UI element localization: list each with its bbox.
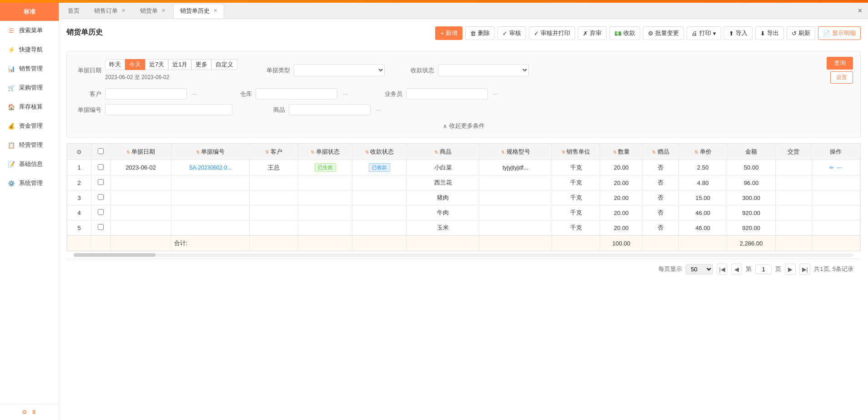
sidebar-bottom-icon2[interactable]: ⏸: [31, 409, 37, 415]
export-button[interactable]: ⬇ 导出: [755, 26, 784, 40]
page-last-btn[interactable]: ▶|: [799, 264, 810, 275]
sidebar-item-system-mgmt[interactable]: ⚙️ 系统管理: [0, 174, 59, 193]
th-settings[interactable]: ⚙: [67, 144, 91, 160]
summary-table: 合计: 100.00 2,286.00: [67, 235, 860, 251]
sidebar-item-ops-mgmt[interactable]: 📋 经营管理: [0, 135, 59, 155]
show-detail-button[interactable]: 📄 显示明细: [818, 26, 861, 40]
date-btn-more[interactable]: 更多: [191, 59, 211, 70]
row-price: 4.80: [679, 175, 727, 190]
approve-print-button[interactable]: ✓ 审核并打印: [529, 26, 575, 40]
page-prev-btn[interactable]: ◀: [731, 264, 742, 275]
date-btn-custom[interactable]: 自定义: [211, 59, 237, 70]
sidebar-item-purchase-mgmt[interactable]: 🛒 采购管理: [0, 78, 59, 97]
goods-input[interactable]: [289, 104, 371, 115]
batch-change-button[interactable]: ⚙ 批量变更: [643, 26, 684, 40]
abandon-button[interactable]: ✗ 弃审: [578, 26, 607, 40]
row-action[interactable]: ✏⋯: [812, 160, 860, 175]
row-checkbox[interactable]: [98, 224, 104, 230]
row-action[interactable]: [812, 175, 860, 190]
th-checkbox[interactable]: [91, 144, 111, 160]
approve-button[interactable]: ✓ 审核: [497, 26, 526, 40]
select-all-checkbox[interactable]: [98, 148, 104, 154]
tab-bar-close-btn[interactable]: ✕: [854, 5, 866, 16]
row-docno[interactable]: [171, 220, 250, 235]
page-next-btn[interactable]: ▶: [785, 264, 796, 275]
th-paystatus[interactable]: ⇅ 收款状态: [352, 144, 407, 160]
warehouse-dots[interactable]: ···: [341, 90, 350, 97]
salesperson-input[interactable]: [406, 88, 488, 100]
doc-type-select[interactable]: [294, 64, 385, 76]
set-button[interactable]: 设置: [830, 71, 853, 84]
tab-sales-order[interactable]: 销售订单 ✕: [87, 4, 132, 18]
th-trade: 交货: [775, 144, 812, 160]
th-price[interactable]: ⇅ 单价: [679, 144, 727, 160]
th-spec[interactable]: ⇅ 规格型号: [479, 144, 552, 160]
tab-sales-history[interactable]: 销货单历史 ✕: [173, 4, 224, 18]
sidebar-item-quick-nav[interactable]: ⚡ 快捷导航: [0, 40, 59, 59]
sidebar-item-finance-mgmt[interactable]: 💰 资金管理: [0, 116, 59, 135]
th-gift[interactable]: ⇅ 赠品: [642, 144, 679, 160]
tab-sales-delivery[interactable]: 销货单 ✕: [133, 4, 172, 18]
sidebar-item-sales-mgmt[interactable]: 📊 销售管理: [0, 59, 59, 78]
tab-home[interactable]: 首页: [61, 4, 86, 18]
row-checkbox[interactable]: [98, 164, 104, 170]
sidebar-bottom-icon1[interactable]: ⚙: [22, 409, 27, 415]
th-customer[interactable]: ⇅ 客户: [250, 144, 298, 160]
row-gift: 否: [642, 175, 679, 190]
row-checkbox[interactable]: [98, 209, 104, 215]
customer-dots[interactable]: ···: [191, 90, 199, 97]
th-date[interactable]: ⇅ 单据日期: [110, 144, 171, 160]
date-btn-7days[interactable]: 近7天: [145, 59, 168, 70]
sidebar-item-inventory[interactable]: 🏠 库存核算: [0, 97, 59, 116]
th-unit[interactable]: ⇅ 销售单位: [552, 144, 600, 160]
row-docno[interactable]: SA-20230602-0...: [171, 160, 250, 175]
delete-button[interactable]: 🗑 删除: [465, 26, 495, 40]
row-goods: 小白菜: [406, 160, 479, 175]
th-qty[interactable]: ⇅ 数量: [600, 144, 642, 160]
date-btn-yesterday[interactable]: 昨天: [105, 59, 125, 70]
sidebar-item-search-menu[interactable]: ☰ 搜索菜单: [0, 21, 59, 40]
print-button[interactable]: 🖨 打印 ▾: [687, 26, 721, 40]
print-dropdown-icon: ▾: [713, 30, 716, 37]
tab-close-sales-history[interactable]: ✕: [213, 8, 217, 14]
docno-input[interactable]: [105, 104, 232, 115]
date-btn-today[interactable]: 今天: [125, 59, 145, 70]
sort-icon-paystatus: ⇅: [365, 150, 369, 155]
refresh-button[interactable]: ↺ 刷新: [787, 26, 815, 40]
row-action[interactable]: [812, 220, 860, 235]
row-docno[interactable]: [171, 205, 250, 220]
sidebar-item-base-info[interactable]: 📝 基础信息: [0, 155, 59, 174]
page-input[interactable]: [755, 265, 772, 274]
tab-close-sales-delivery[interactable]: ✕: [161, 8, 166, 14]
action-more[interactable]: ⋯: [837, 165, 842, 171]
action-edit[interactable]: ✏: [829, 165, 834, 171]
row-unit: 千克: [552, 190, 600, 205]
docno-link[interactable]: SA-20230602-0...: [189, 165, 231, 171]
row-checkbox[interactable]: [98, 194, 104, 200]
row-docno[interactable]: [171, 190, 250, 205]
date-btn-1month[interactable]: 近1月: [168, 59, 191, 70]
refresh-icon: ↺: [792, 30, 797, 37]
settings-icon[interactable]: ⚙: [76, 149, 82, 155]
row-docno[interactable]: [171, 175, 250, 190]
tab-close-sales-order[interactable]: ✕: [121, 8, 125, 14]
per-page-select[interactable]: 50 100 200: [686, 264, 713, 275]
customer-input[interactable]: [105, 88, 187, 100]
row-checkbox[interactable]: [98, 179, 104, 185]
goods-dots[interactable]: ···: [374, 106, 383, 113]
th-goods[interactable]: ⇅ 商品: [406, 144, 479, 160]
salesperson-dots[interactable]: ···: [492, 90, 500, 97]
pay-status-select[interactable]: [438, 64, 529, 76]
row-action[interactable]: [812, 205, 860, 220]
page-first-btn[interactable]: |◀: [717, 264, 728, 275]
query-button[interactable]: 查询: [827, 57, 853, 70]
new-button[interactable]: + 新增: [435, 26, 462, 40]
th-docstatus[interactable]: ⇅ 单据状态: [298, 144, 352, 160]
warehouse-input[interactable]: [256, 88, 337, 100]
scrollbar-track[interactable]: [74, 253, 853, 257]
th-docno[interactable]: ⇅ 单据编号: [171, 144, 250, 160]
row-action[interactable]: [812, 190, 860, 205]
collect-button[interactable]: 💵 收款: [609, 26, 640, 40]
import-button[interactable]: ⬆ 导入: [724, 26, 753, 40]
collapse-button[interactable]: ∧ 收起更多条件: [443, 120, 485, 132]
